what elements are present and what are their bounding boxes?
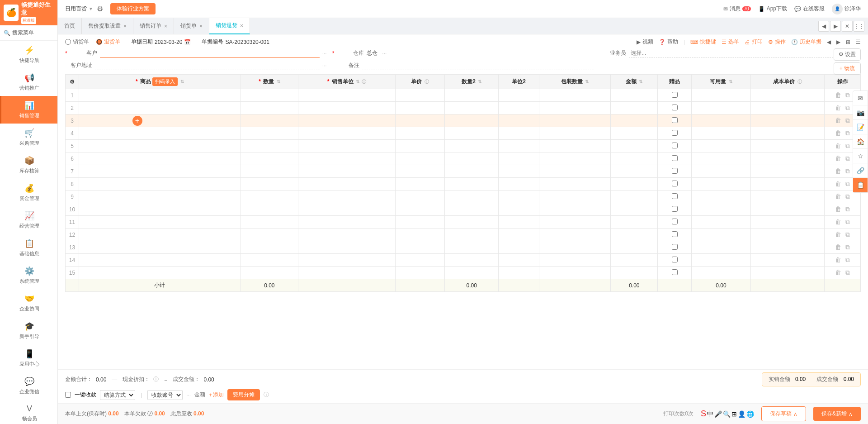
unit-cell[interactable]	[298, 152, 395, 165]
quantity-cell[interactable]	[241, 191, 298, 203]
th-price-info-icon[interactable]: ⓘ	[425, 79, 429, 84]
gift-checkbox[interactable]	[672, 257, 678, 262]
unit2-cell[interactable]	[499, 102, 539, 114]
unit2-cell[interactable]	[499, 165, 539, 178]
quantity2-cell[interactable]	[445, 254, 499, 267]
costprice-cell[interactable]	[751, 102, 825, 114]
bottom-icon-2[interactable]: 🎤	[714, 410, 722, 418]
available-cell[interactable]	[691, 102, 750, 114]
quantity-cell[interactable]	[241, 229, 298, 241]
amount-cell[interactable]	[611, 254, 658, 267]
fee-split-btn[interactable]: 费用分摊	[227, 389, 260, 400]
bottom-icon-3[interactable]: 🔍	[723, 410, 731, 418]
row-delete-btn[interactable]: 🗑	[834, 269, 843, 276]
costprice-cell[interactable]	[751, 191, 825, 203]
th-gear[interactable]: ⚙	[66, 75, 79, 89]
gift-checkbox[interactable]	[672, 168, 678, 174]
th-quantity-sort-icon[interactable]: ⇅	[277, 79, 280, 84]
bottom-icon-4[interactable]: ⊞	[731, 410, 737, 418]
gift-checkbox[interactable]	[672, 92, 678, 98]
tab-price-set-close[interactable]: ×	[123, 23, 127, 29]
th-product-sort-icon[interactable]: ⇅	[180, 79, 184, 84]
row-delete-btn[interactable]: 🗑	[834, 205, 843, 213]
amount-cell[interactable]	[611, 152, 658, 165]
row-copy-btn[interactable]: ⧉	[844, 269, 851, 276]
amount-cell[interactable]	[611, 178, 658, 191]
tab-sales-delivery-close[interactable]: ×	[199, 23, 203, 29]
amount-cell[interactable]	[611, 140, 658, 152]
product-cell[interactable]	[79, 254, 241, 267]
price-cell[interactable]	[396, 254, 445, 267]
product-cell[interactable]: +	[79, 114, 241, 127]
packqty-cell[interactable]	[539, 241, 610, 254]
sidebar-item-enterprise[interactable]: 🤝 企业协同	[0, 289, 57, 317]
sidebar-item-operations[interactable]: 📈 经营管理	[0, 206, 57, 234]
quantity-cell[interactable]	[241, 203, 298, 216]
packqty-cell[interactable]	[539, 178, 610, 191]
unit-cell[interactable]	[298, 178, 395, 191]
user-profile[interactable]: 👤 徐泽华	[832, 4, 861, 14]
product-cell[interactable]	[79, 178, 241, 191]
row-copy-btn[interactable]: ⧉	[844, 91, 851, 99]
sidebar-item-sales[interactable]: 📊 销售管理	[0, 96, 57, 124]
float-home-btn[interactable]: 🏠	[853, 134, 868, 149]
remark-input[interactable]	[362, 61, 594, 70]
costprice-cell[interactable]	[751, 152, 825, 165]
row-delete-btn[interactable]: 🗑	[834, 180, 843, 187]
price-cell[interactable]	[396, 140, 445, 152]
sidebar-item-inventory[interactable]: 📦 库存核算	[0, 151, 57, 179]
tab-sales-return[interactable]: 销货退货 ×	[209, 18, 250, 34]
price-cell[interactable]	[396, 191, 445, 203]
packqty-cell[interactable]	[539, 89, 610, 102]
radio-sale[interactable]: 销货单	[65, 38, 89, 46]
product-cell[interactable]	[79, 229, 241, 241]
pay-account-select[interactable]: 收款账号	[147, 390, 183, 400]
available-cell[interactable]	[691, 127, 750, 140]
product-cell[interactable]	[79, 267, 241, 279]
unit2-cell[interactable]	[499, 203, 539, 216]
packqty-cell[interactable]	[539, 165, 610, 178]
unit-cell[interactable]	[298, 102, 395, 114]
addr-dots[interactable]: ···	[322, 62, 327, 69]
packqty-cell[interactable]	[539, 191, 610, 203]
product-cell[interactable]	[79, 241, 241, 254]
quantity-cell[interactable]	[241, 216, 298, 229]
costprice-cell[interactable]	[751, 114, 825, 127]
unit-cell[interactable]	[298, 229, 395, 241]
save-new-button[interactable]: 保存&新增 ∧	[813, 407, 861, 421]
save-draft-button[interactable]: 保存草稿 ∧	[761, 406, 806, 421]
unit-cell[interactable]	[298, 89, 395, 102]
available-cell[interactable]	[691, 254, 750, 267]
quantity-cell[interactable]	[241, 178, 298, 191]
costprice-cell[interactable]	[751, 241, 825, 254]
tab-home[interactable]: 首页	[58, 18, 82, 34]
costprice-cell[interactable]	[751, 203, 825, 216]
price-cell[interactable]	[396, 216, 445, 229]
gift-checkbox[interactable]	[672, 105, 678, 110]
tab-sales-order[interactable]: 销售订单 ×	[133, 18, 174, 34]
sidebar-item-system[interactable]: ⚙️ 系统管理	[0, 262, 57, 289]
toolbar-help-btn[interactable]: ❓ 帮助	[659, 38, 678, 46]
product-cell[interactable]	[79, 127, 241, 140]
amount-cell[interactable]	[611, 229, 658, 241]
th-packqty-sort-icon[interactable]: ⇅	[585, 79, 589, 84]
float-link-btn[interactable]: 🔗	[853, 163, 868, 178]
costprice-cell[interactable]	[751, 216, 825, 229]
online-service-btn[interactable]: 💬 在线客服	[794, 5, 825, 13]
gift-checkbox[interactable]	[672, 193, 678, 199]
available-cell[interactable]	[691, 241, 750, 254]
unit2-cell[interactable]	[499, 267, 539, 279]
float-camera-btn[interactable]: 📷	[853, 105, 868, 120]
row-copy-btn[interactable]: ⧉	[844, 218, 851, 226]
tab-menu-btn[interactable]: ⋮⋮	[854, 21, 864, 32]
sidebar-item-finance[interactable]: 💰 资金管理	[0, 179, 57, 206]
row-delete-btn[interactable]: 🗑	[834, 142, 843, 149]
trial-button[interactable]: 体验行业方案	[110, 3, 156, 14]
logistics-btn[interactable]: + 物流	[834, 62, 861, 75]
add-payment-btn[interactable]: + 添加	[209, 391, 224, 399]
available-cell[interactable]	[691, 216, 750, 229]
row-delete-btn[interactable]: 🗑	[834, 231, 843, 238]
product-cell[interactable]	[79, 102, 241, 114]
row-copy-btn[interactable]: ⧉	[844, 243, 851, 251]
packqty-cell[interactable]	[539, 152, 610, 165]
